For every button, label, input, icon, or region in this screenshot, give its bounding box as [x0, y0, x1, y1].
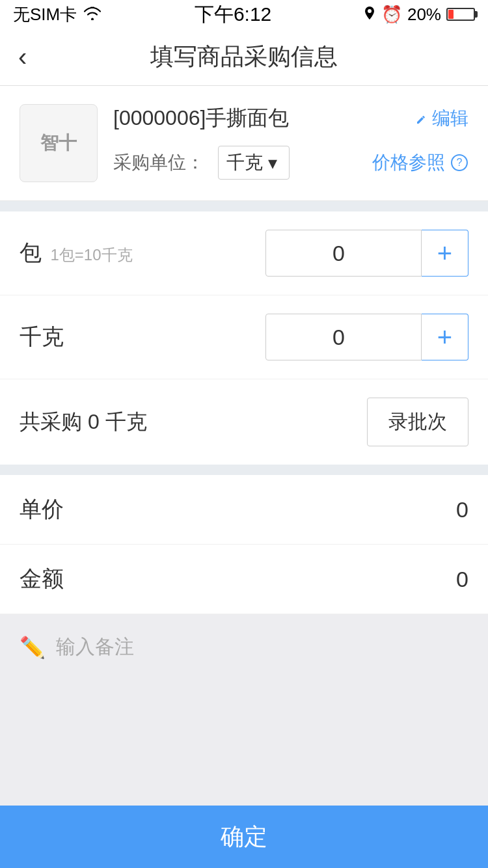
status-bar: 无SIM卡 下午6:12 ⏰ 20%: [0, 0, 488, 29]
quantity-input-kg[interactable]: [265, 314, 422, 360]
product-name: [0000006]手撕面包: [113, 104, 289, 133]
unit-label-group: 采购单位： 千克 ▾: [113, 146, 290, 180]
page-title: 填写商品采购信息: [150, 41, 338, 73]
status-bar-time: 下午6:12: [195, 1, 271, 28]
status-bar-left: 无SIM卡: [13, 3, 103, 26]
svg-text:?: ?: [457, 157, 463, 168]
unit-price-row: 单价 0: [0, 475, 488, 545]
form-section: 包 1包=10千克 + 千克 + 共采购 0 千克 录批次: [0, 211, 488, 465]
section-divider-2: [0, 465, 488, 475]
back-button[interactable]: ‹: [18, 42, 27, 72]
price-ref-button[interactable]: 价格参照 ?: [372, 150, 468, 175]
quantity-row-kg: 千克 +: [0, 295, 488, 379]
price-section: 单价 0 金额 0: [0, 475, 488, 614]
amount-value: 0: [456, 567, 468, 592]
unit-select[interactable]: 千克 ▾: [218, 146, 290, 180]
quantity-plus-bao[interactable]: +: [422, 230, 468, 277]
battery-percent: 20%: [407, 5, 441, 25]
unit-label: 采购单位：: [113, 152, 204, 172]
remark-section[interactable]: ✏️ 输入备注: [0, 614, 488, 680]
battery-icon: [446, 8, 475, 21]
quantity-label-bao: 包 1包=10千克: [20, 238, 133, 268]
remark-placeholder: 输入备注: [56, 634, 134, 660]
amount-row: 金额 0: [0, 545, 488, 614]
alarm-icon: ⏰: [381, 5, 402, 25]
quantity-plus-kg[interactable]: +: [422, 314, 468, 360]
quantity-input-bao[interactable]: [265, 230, 422, 277]
location-icon: [363, 5, 376, 25]
product-card: 智十 [0000006]手撕面包 编辑 采购单位： 千克 ▾ 价格参照 ?: [0, 86, 488, 201]
summary-text: 共采购 0 千克: [20, 408, 147, 437]
dropdown-arrow-icon: ▾: [268, 152, 277, 174]
wifi-icon: [82, 5, 103, 25]
quantity-input-group-kg: +: [85, 314, 468, 360]
summary-row: 共采购 0 千克 录批次: [0, 379, 488, 465]
quantity-label-kg: 千克: [20, 322, 72, 352]
confirm-button[interactable]: 确定: [0, 806, 488, 868]
unit-price-label: 单价: [20, 495, 64, 524]
amount-label: 金额: [20, 564, 64, 594]
carrier-label: 无SIM卡: [13, 3, 77, 26]
product-thumbnail: 智十: [20, 104, 98, 182]
quantity-row-bao: 包 1包=10千克 +: [0, 211, 488, 295]
quantity-input-group-bao: +: [146, 230, 468, 277]
quantity-sublabel-bao: 1包=10千克: [50, 246, 132, 264]
unit-price-value: 0: [456, 497, 468, 522]
unit-row: 采购单位： 千克 ▾ 价格参照 ?: [113, 146, 468, 180]
status-bar-right: ⏰ 20%: [363, 5, 475, 25]
section-divider-1: [0, 201, 488, 211]
edit-button[interactable]: 编辑: [415, 106, 468, 131]
product-info: [0000006]手撕面包 编辑 采购单位： 千克 ▾ 价格参照 ?: [113, 104, 468, 180]
pencil-icon: ✏️: [20, 635, 46, 660]
batch-button[interactable]: 录批次: [367, 398, 468, 446]
product-name-row: [0000006]手撕面包 编辑: [113, 104, 468, 133]
product-thumb-text: 智十: [40, 131, 77, 156]
nav-bar: ‹ 填写商品采购信息: [0, 29, 488, 86]
